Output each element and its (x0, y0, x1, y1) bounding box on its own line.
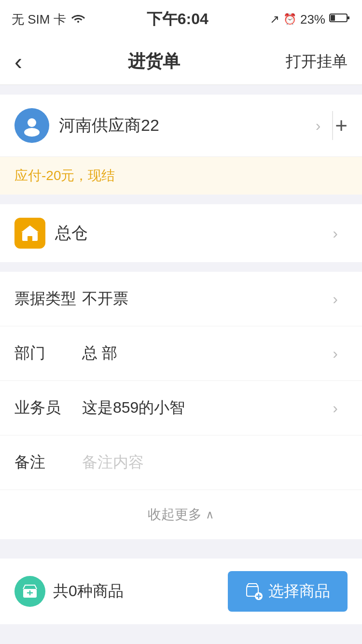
gap-3 (0, 262, 362, 272)
nav-bar: ‹ 进货单 打开挂单 (0, 39, 362, 85)
status-bar: 无 SIM 卡 下午6:04 ↗ ⏰ 23% (0, 0, 362, 39)
remark-input[interactable]: 备注内容 (82, 452, 348, 473)
warehouse-chevron-icon: › (333, 224, 338, 242)
divider (332, 111, 333, 140)
dept-label: 部门 (14, 343, 82, 364)
invoice-value: 不开票 (82, 288, 333, 309)
svg-point-4 (24, 128, 40, 137)
sales-label: 业务员 (14, 397, 82, 419)
select-product-button[interactable]: 选择商品 (228, 571, 348, 612)
status-left: 无 SIM 卡 (12, 11, 85, 28)
sales-row[interactable]: 业务员 这是859的小智 › (0, 380, 362, 435)
collapse-arrow-icon: ∧ (206, 508, 214, 521)
supplier-row[interactable]: 河南供应商22 › + (0, 95, 362, 157)
supplier-card: 河南供应商22 › + 应付-20元，现结 (0, 95, 362, 195)
svg-rect-1 (331, 15, 335, 21)
sales-value: 这是859的小智 (82, 397, 333, 419)
invoice-row[interactable]: 票据类型 不开票 › (0, 272, 362, 326)
supplier-avatar (14, 108, 49, 143)
product-count-text: 共0种商品 (53, 581, 124, 602)
bottom-section: 共0种商品 选择商品 (0, 559, 362, 624)
collapse-label: 收起更多 (148, 505, 202, 524)
gap-4 (0, 539, 362, 549)
warehouse-row[interactable]: 总仓 › (0, 204, 362, 262)
svg-rect-2 (348, 16, 349, 19)
invoice-label: 票据类型 (14, 288, 82, 309)
notice-text: 应付-20元，现结 (14, 168, 115, 183)
add-supplier-button[interactable]: + (335, 115, 348, 136)
warehouse-label: 总仓 (55, 222, 333, 244)
warehouse-icon (14, 218, 45, 249)
dept-chevron-icon: › (333, 345, 338, 363)
page-title: 进货单 (128, 50, 180, 73)
sales-chevron-icon: › (333, 399, 338, 417)
supplier-chevron-icon: › (316, 117, 321, 135)
gap-1 (0, 85, 362, 95)
select-product-label: 选择商品 (268, 581, 330, 602)
supplier-name: 河南供应商22 (59, 114, 316, 137)
location-icon: ↗ (270, 13, 279, 26)
product-icon (14, 576, 45, 607)
invoice-chevron-icon: › (333, 290, 338, 308)
status-right: ↗ ⏰ 23% (270, 12, 350, 27)
notice-banner: 应付-20元，现结 (0, 157, 362, 195)
battery-icon (329, 12, 350, 27)
form-card: 票据类型 不开票 › 部门 总 部 › 业务员 这是859的小智 › 备注 备注… (0, 272, 362, 539)
svg-marker-6 (21, 225, 39, 232)
battery-text: 23% (300, 12, 325, 27)
dept-value: 总 部 (82, 343, 333, 364)
svg-rect-7 (28, 236, 32, 241)
alarm-icon: ⏰ (283, 13, 296, 26)
product-count-wrap: 共0种商品 (14, 576, 124, 607)
status-time: 下午6:04 (147, 9, 209, 30)
back-button[interactable]: ‹ (14, 50, 22, 73)
supplier-actions: › + (316, 111, 348, 140)
warehouse-card: 总仓 › (0, 204, 362, 262)
dept-row[interactable]: 部门 总 部 › (0, 326, 362, 380)
remark-row[interactable]: 备注 备注内容 (0, 435, 362, 490)
gap-2 (0, 195, 362, 204)
signal-text: 无 SIM 卡 (12, 11, 66, 28)
collapse-button[interactable]: 收起更多 ∧ (0, 490, 362, 539)
open-pending-button[interactable]: 打开挂单 (286, 51, 348, 72)
svg-point-3 (28, 118, 36, 127)
wifi-icon (71, 12, 85, 27)
remark-label: 备注 (14, 452, 82, 473)
